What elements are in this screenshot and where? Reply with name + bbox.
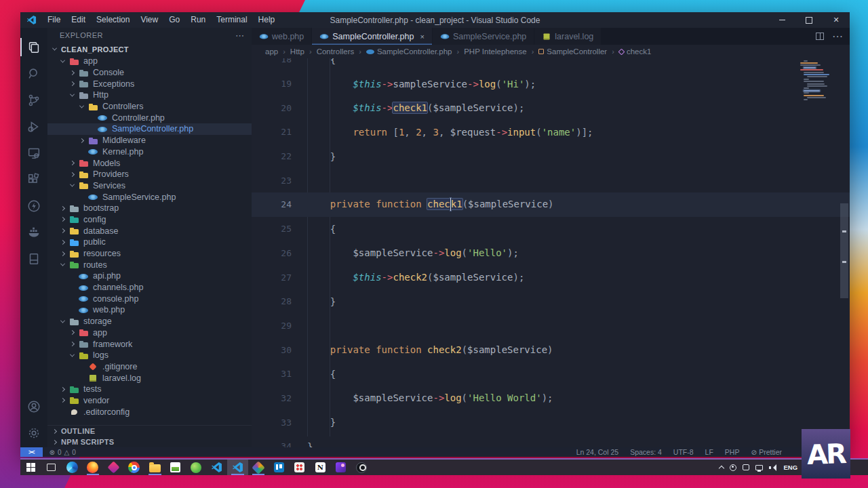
search-icon[interactable] (20, 60, 47, 87)
tree-item-framework[interactable]: framework (47, 338, 252, 350)
taskbar-media-app[interactable] (331, 460, 352, 475)
obs-tray-icon[interactable] (730, 464, 736, 471)
tree-item-app[interactable]: app (47, 56, 252, 67)
language-indicator[interactable]: ENG (784, 464, 798, 471)
indentation[interactable]: Spaces: 4 (630, 448, 662, 456)
settings-gear-icon[interactable] (20, 420, 47, 446)
breadcrumb-item-http[interactable]: Http (290, 47, 304, 56)
encoding[interactable]: UTF-8 (673, 448, 694, 456)
taskbar-start[interactable] (20, 460, 41, 475)
taskbar-leaf-app[interactable] (186, 460, 207, 475)
tree-item-bootstrap[interactable]: bootstrap (47, 203, 252, 214)
more-actions-icon[interactable]: ⋯ (235, 30, 245, 41)
split-editor-icon[interactable] (816, 33, 824, 40)
docker-icon[interactable] (20, 219, 47, 245)
extensions-icon[interactable] (20, 166, 47, 192)
code-editor[interactable]: 18 {19 $this->sampleService->log('Hi');2… (252, 58, 850, 447)
tray-expand-icon[interactable] (718, 466, 724, 471)
editor-more-actions-icon[interactable]: ⋯ (832, 30, 843, 43)
tree-item-controller-php[interactable]: Controller.php (47, 112, 252, 123)
breadcrumb-item-app[interactable]: app (265, 47, 278, 56)
taskbar-obs[interactable] (351, 460, 372, 475)
taskbar-notion[interactable] (310, 460, 331, 475)
tree-item-controllers[interactable]: Controllers (47, 101, 252, 113)
taskbar-edge[interactable] (62, 460, 83, 475)
source-control-icon[interactable] (20, 87, 47, 113)
menu-item-go[interactable]: Go (163, 12, 185, 28)
tree-item-resources[interactable]: resources (47, 248, 252, 260)
breadcrumb-item-samplecontroller-php[interactable]: SampleController.php (366, 47, 452, 56)
tree-item-console[interactable]: Console (47, 67, 252, 79)
tree-item-database[interactable]: database (47, 225, 252, 237)
tree-item-http[interactable]: Http (47, 89, 252, 101)
tab-close-icon[interactable]: × (420, 33, 424, 41)
tree-item-kernel-php[interactable]: Kernel.php (47, 146, 252, 158)
tree-item-providers[interactable]: Providers (47, 169, 252, 180)
tree-item-storage[interactable]: storage (47, 316, 252, 327)
explorer-icon[interactable] (20, 34, 47, 60)
menu-item-selection[interactable]: Selection (91, 12, 135, 28)
breadcrumb-item-php-intelephense[interactable]: PHP Intelephense (464, 47, 527, 56)
tree-item-config[interactable]: config (47, 214, 252, 226)
tree-item-samplecontroller-php[interactable]: SampleController.php (47, 123, 252, 135)
tree-item-services[interactable]: Services (47, 180, 252, 192)
formatter[interactable]: ⊘ Prettier (751, 448, 782, 456)
volume-tray-icon[interactable] (769, 464, 778, 471)
tree-item-app[interactable]: app (47, 327, 252, 339)
tree-item-sampleservice-php[interactable]: SampleService.php (47, 191, 252, 203)
taskbar-prism-app[interactable] (248, 460, 269, 475)
run-debug-icon[interactable] (20, 113, 47, 140)
tree-item-exceptions[interactable]: Exceptions (47, 78, 252, 89)
remote-indicator[interactable]: >< (20, 447, 43, 457)
project-root-row[interactable]: CLEAN_PROJECT (47, 43, 252, 56)
breadcrumb-item-samplecontroller[interactable]: SampleController (538, 47, 607, 56)
minimize-button[interactable] (768, 12, 795, 28)
taskbar-gem-app[interactable] (103, 460, 124, 475)
taskbar-vscode-active[interactable] (227, 460, 248, 475)
cursor-position[interactable]: Ln 24, Col 25 (576, 448, 618, 456)
tree-item-middleware[interactable]: Middleware (47, 135, 252, 146)
tree-item-logs[interactable]: logs (47, 350, 252, 361)
menu-item-file[interactable]: File (42, 12, 66, 28)
taskbar-trello[interactable] (269, 460, 290, 475)
scrollbar[interactable] (840, 58, 848, 447)
tree-item-routes[interactable]: routes (47, 259, 252, 270)
tree-item-laravel-log[interactable]: laravel.log (47, 372, 252, 384)
tree-item-api-php[interactable]: api.php (47, 270, 252, 282)
section-npm-scripts[interactable]: NPM SCRIPTS (47, 436, 252, 447)
section-outline[interactable]: OUTLINE (47, 426, 252, 436)
tree-item-vendor[interactable]: vendor (47, 395, 252, 407)
close-button[interactable] (823, 12, 850, 28)
taskbar-firefox[interactable] (83, 460, 104, 475)
notebook-icon[interactable] (20, 245, 47, 272)
taskbar-chrome[interactable] (124, 460, 145, 475)
taskbar-dots-app[interactable] (290, 460, 311, 475)
tab-sampleservice-php[interactable]: SampleService.php (433, 28, 534, 45)
tree-item-channels-php[interactable]: channels.php (47, 282, 252, 293)
menu-item-run[interactable]: Run (185, 12, 211, 28)
scrollbar-thumb[interactable] (840, 203, 848, 298)
tab-samplecontroller-php[interactable]: SampleController.php× (312, 28, 432, 45)
thunder-client-icon[interactable] (20, 192, 47, 219)
tree-item-tests[interactable]: tests (47, 384, 252, 395)
taskbar-photos[interactable] (165, 460, 186, 475)
minimap[interactable] (800, 60, 838, 113)
breadcrumb-item-controllers[interactable]: Controllers (317, 47, 355, 56)
account-icon[interactable] (20, 393, 47, 420)
breadcrumb-item-check1[interactable]: check1 (619, 47, 651, 56)
tab-laravel-log[interactable]: laravel.log (534, 28, 601, 45)
tab-web-php[interactable]: web.php (252, 28, 311, 45)
eol[interactable]: LF (705, 448, 713, 456)
tree-item-console-php[interactable]: console.php (47, 293, 252, 304)
tree-item-gitignore[interactable]: .gitignore (47, 361, 252, 373)
menu-item-help[interactable]: Help (253, 12, 281, 28)
tree-item-models[interactable]: Models (47, 157, 252, 169)
network-tray-icon[interactable] (755, 465, 763, 470)
menu-item-terminal[interactable]: Terminal (211, 12, 252, 28)
problems-indicator[interactable]: ⊗ 0 △ 0 (50, 449, 76, 456)
chat-tray-icon[interactable] (743, 464, 749, 470)
remote-explorer-icon[interactable] (20, 140, 47, 166)
maximize-button[interactable] (795, 12, 823, 28)
menu-item-edit[interactable]: Edit (66, 12, 91, 28)
tree-item-public[interactable]: public (47, 237, 252, 248)
